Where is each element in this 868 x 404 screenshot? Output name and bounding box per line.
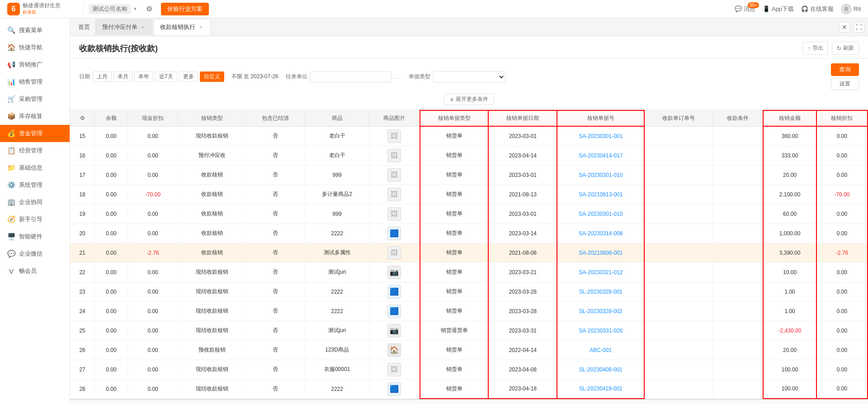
doc-no-link[interactable]: ABC-001	[590, 347, 612, 353]
sidebar-item-operation[interactable]: 📋 经营管理	[0, 142, 70, 159]
writeoff-tab-close[interactable]: ×	[198, 24, 203, 30]
cell-doc-no[interactable]: SL-20230418-001	[557, 379, 644, 399]
cell-doc-type: 销货单	[420, 165, 489, 185]
user-menu[interactable]: R Rit	[841, 4, 861, 14]
cell-writeoff-type: 现结收款核销	[178, 262, 246, 282]
sidebar-item-search-menu[interactable]: 🔍 搜索菜单	[0, 22, 70, 39]
cell-cash-discount: 0.00	[127, 204, 178, 223]
more-date-btn[interactable]: 更多	[179, 71, 198, 82]
cell-writeoff-type: 预付冲应收	[178, 146, 246, 165]
col-settings[interactable]: ⚙	[70, 110, 95, 126]
sidebar-item-guide[interactable]: 🧭 新手引导	[0, 211, 70, 228]
sidebar-item-enterprise[interactable]: 🏢 企业协同	[0, 194, 70, 211]
cell-include-settled: 否	[246, 185, 305, 204]
doc-no-link[interactable]: SL-20230418-001	[579, 385, 623, 392]
product-image: 🖼	[387, 207, 401, 221]
last-7days-btn[interactable]: 近7天	[155, 71, 177, 82]
prepay-tab-close[interactable]: ×	[140, 24, 146, 30]
export-button[interactable]: ↑ 导出	[803, 42, 828, 55]
sidebar-item-wechat[interactable]: 💬 企业微信	[0, 245, 70, 262]
cell-doc-no[interactable]: SA-20210808-001	[557, 243, 644, 262]
building-icon: 🏢	[7, 198, 15, 206]
doc-no-link[interactable]: SA-20230301-001	[579, 133, 623, 139]
doc-no-link[interactable]: SA-20230314-008	[579, 230, 623, 237]
doc-no-link[interactable]: SL-20230408-001	[579, 366, 623, 373]
cell-doc-no[interactable]: SA-20210813-001	[557, 185, 644, 204]
table-row: 20 0.00 0.00 收款核销 否 2222 🟦 销货单 2023-03-1…	[70, 223, 868, 243]
cell-doc-no[interactable]: SA-20230414-017	[557, 146, 644, 165]
doc-no-link[interactable]: SA-20230301-010	[579, 211, 623, 217]
date-filter: 日期 上月 本月 本年 近7天 更多 自定义	[79, 71, 224, 82]
sidebar-item-system[interactable]: ⚙️ 系统管理	[0, 176, 70, 194]
sidebar-item-purchase[interactable]: 🛒 采购管理	[0, 90, 70, 108]
cell-product-img: 🖼	[369, 360, 420, 379]
product-image: 🖼	[387, 188, 401, 201]
sidebar-item-quick-nav[interactable]: 🏠 快捷导航	[0, 39, 70, 56]
sidebar-item-vip[interactable]: V 畅会员	[0, 262, 70, 280]
counterparty-input[interactable]	[310, 71, 392, 82]
cell-doc-no[interactable]: ABC-001	[557, 340, 644, 360]
doc-no-link[interactable]: SA-20210808-001	[579, 250, 623, 256]
cell-doc-no[interactable]: SA-20230301-010	[557, 204, 644, 223]
voucher-type-select[interactable]	[433, 71, 505, 83]
solution-button[interactable]: 休验行业方案	[161, 3, 209, 15]
cell-doc-date: 2023-03-28	[488, 282, 557, 301]
tab-home[interactable]: 首页	[74, 19, 94, 35]
cell-doc-no[interactable]: SA-20230314-008	[557, 223, 644, 243]
sidebar-item-finance[interactable]: 💰 资金管理	[0, 125, 70, 142]
table-row: 15 0.00 0.00 现结收款核销 否 老白干 🖼 销货单 2023-03-…	[70, 126, 868, 146]
doc-no-link[interactable]: SA-20230331-026	[579, 328, 623, 334]
custom-date-btn[interactable]: 自定义	[200, 71, 224, 82]
doc-no-link[interactable]: SA-20210813-001	[579, 191, 623, 198]
company-selector[interactable]: 测试公司名称 ▼	[89, 4, 137, 14]
messages-button[interactable]: 💬 消息 99+	[735, 5, 755, 13]
close-window-button[interactable]: ✕	[839, 22, 850, 33]
tab-prepay[interactable]: 预付冲应付单 ×	[95, 19, 152, 35]
settings-icon[interactable]: ⚙	[143, 3, 156, 15]
cell-doc-no[interactable]: SA-20230331-026	[557, 321, 644, 340]
cell-product: 老白干	[305, 146, 369, 165]
sidebar-item-marketing[interactable]: 📢 营销推广	[0, 56, 70, 73]
app-download-button[interactable]: 📱 App下载	[763, 5, 794, 13]
cell-writeoff-discount: 0.00	[816, 282, 868, 301]
doc-no-link[interactable]: SA-20230414-017	[579, 152, 623, 159]
sidebar-item-sales[interactable]: 📊 销售管理	[0, 73, 70, 90]
cell-balance: 0.00	[95, 360, 128, 379]
expand-filters-button[interactable]: ∨ 展开更多条件	[444, 94, 494, 105]
cell-writeoff-amount: 100.00	[763, 360, 816, 379]
col-doc-no: 核销单据号	[557, 110, 644, 126]
cell-cash-discount: 0.00	[127, 301, 178, 321]
cell-cash-discount: 0.00	[127, 223, 178, 243]
cell-doc-no[interactable]: SA-20230301-001	[557, 126, 644, 146]
cell-product-img: 🖼	[369, 185, 420, 204]
maximize-button[interactable]: ⛶	[854, 22, 864, 33]
cell-doc-no[interactable]: SL-20230328-001	[557, 282, 644, 301]
cell-doc-no[interactable]: SA-20230301-010	[557, 165, 644, 185]
query-button[interactable]: 查询	[831, 63, 859, 76]
doc-no-link[interactable]: SA-20230321-012	[579, 269, 623, 276]
cell-writeoff-type: 预收款核销	[178, 340, 246, 360]
cell-doc-no[interactable]: SL-20230408-001	[557, 360, 644, 379]
cell-no: 18	[70, 185, 95, 204]
cell-no: 25	[70, 321, 95, 340]
col-doc-type: 核销单据类型	[420, 110, 489, 126]
doc-no-link[interactable]: SL-20230328-002	[579, 308, 623, 314]
sidebar-item-hardware[interactable]: 🖥️ 智能硬件	[0, 228, 70, 245]
doc-no-link[interactable]: SL-20230328-001	[579, 289, 623, 295]
sidebar-item-basic-info[interactable]: 📁 基础信息	[0, 159, 70, 176]
sidebar-item-inventory[interactable]: 📦 库存核算	[0, 108, 70, 125]
online-service-button[interactable]: 🎧 在线客服	[801, 5, 834, 13]
last-month-btn[interactable]: 上月	[93, 71, 112, 82]
refresh-button[interactable]: ↻ 刷新	[832, 42, 859, 55]
table-header-row: ⚙ 余额 现金折扣 核销类型 包含已结清 商品 商品图片 核销单据类型 核销单据…	[70, 110, 868, 126]
filter-setting-button[interactable]: 设置	[831, 78, 859, 90]
cell-cash-discount: 0.00	[127, 146, 178, 165]
this-year-btn[interactable]: 本年	[134, 71, 153, 82]
doc-no-link[interactable]: SA-20230301-010	[579, 172, 623, 178]
cell-doc-no[interactable]: SA-20230321-012	[557, 262, 644, 282]
this-month-btn[interactable]: 本月	[113, 71, 132, 82]
cell-doc-date: 2023-04-18	[488, 379, 557, 399]
tab-writeoff[interactable]: 收款核销执行 ×	[153, 19, 210, 35]
table-container[interactable]: ⚙ 余额 现金折扣 核销类型 包含已结清 商品 商品图片 核销单据类型 核销单据…	[70, 110, 868, 404]
cell-doc-no[interactable]: SL-20230328-002	[557, 301, 644, 321]
